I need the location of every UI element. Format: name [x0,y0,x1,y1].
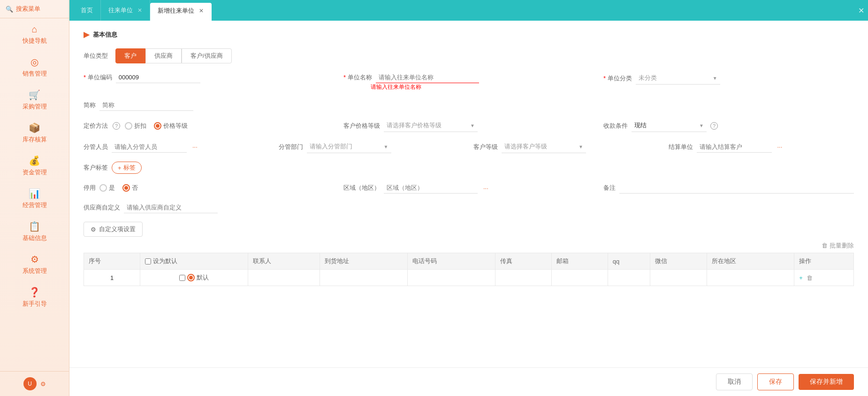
pricing-level-radio[interactable]: 价格等级 [154,122,188,130]
manager-input[interactable] [112,141,187,153]
col-phone: 电话号码 [408,253,495,270]
avatar[interactable]: U [23,377,37,390]
sidebar-item-operations[interactable]: 📊 经营管理 [0,182,69,215]
payment-terms-select[interactable]: 现结 ▼ [632,119,707,132]
remark-input[interactable] [619,182,854,194]
customer-tag-label: 客户标签 [84,163,108,172]
main-area: 首页 往来单位 ✕ 新增往来单位 ✕ ✕ ▶ 基本信息 单位类型 客户 供应商 … [69,0,868,396]
unit-type-customer[interactable]: 客户 [115,48,145,63]
discount-label: 折扣 [134,122,146,130]
sidebar-item-sales[interactable]: ◎ 销售管理 [0,51,69,84]
short-name-input[interactable] [99,100,193,111]
row-add-btn[interactable]: + [799,274,803,281]
payment-terms-help-icon[interactable]: ? [710,122,718,130]
tab-new-partner-close[interactable]: ✕ [199,8,204,14]
customer-level-select[interactable]: 请选择客户等级 ▼ [502,140,586,153]
customer-price-level-arrow: ▼ [470,123,475,128]
sidebar-item-purchase[interactable]: 🛒 采购管理 [0,84,69,116]
custom-settings-button[interactable]: ⚙ 自定义项设置 [84,222,143,237]
tab-home[interactable]: 首页 [73,0,101,21]
row-default-circle [187,274,195,281]
short-name-row: 简称 [84,100,854,111]
row-wechat [650,270,707,286]
inventory-icon: 📦 [29,122,40,133]
department-label: 分管部门 [279,143,303,151]
purchase-icon: 🛒 [29,89,40,101]
department-select[interactable]: 请输入分管部门 ▼ [307,140,391,153]
row-checkbox[interactable] [179,275,185,281]
sidebar-item-quick-nav[interactable]: ⌂ 快捷导航 [0,18,69,51]
payment-terms-field: 收款条件 现结 ▼ ? [603,119,854,132]
settlement-unit-input[interactable] [697,141,772,153]
pricing-discount-radio[interactable]: 折扣 [125,122,146,130]
select-all-checkbox[interactable] [145,258,151,264]
cancel-button[interactable]: 取消 [716,373,753,390]
department-placeholder: 请输入分管部门 [310,142,384,151]
disabled-no-radio[interactable]: 否 [122,184,138,192]
row-action: + 🗑 [794,270,854,286]
remark-field: 备注 [603,182,854,194]
sidebar-item-basics[interactable]: 📋 基础信息 [0,215,69,248]
unit-type-both[interactable]: 客户/供应商 [182,48,232,63]
batch-delete-icon: 🗑 [822,242,828,249]
settlement-unit-more[interactable]: ··· [776,143,784,150]
save-button[interactable]: 保存 [757,373,794,390]
guide-icon: ❓ [29,287,40,298]
sidebar-item-label: 系统管理 [23,267,47,275]
search-icon: 🔍 [6,6,13,13]
remark-label: 备注 [603,184,616,192]
price-level-circle [154,122,161,130]
customer-level-arrow: ▼ [579,144,583,149]
sidebar-search[interactable]: 🔍 搜索菜单 [0,0,69,18]
save-and-new-button[interactable]: 保存并新增 [799,374,854,390]
custom-settings-area: ⚙ 自定义项设置 [84,222,854,237]
batch-delete-btn[interactable]: 🗑 批量删除 [822,241,854,250]
sidebar-item-finance[interactable]: 💰 资金管理 [0,149,69,182]
short-name-label: 简称 [84,101,96,109]
disabled-region-row: 停用 是 否 区域（地区） ··· 备注 [84,182,854,194]
disabled-yes-radio[interactable]: 是 [99,184,115,192]
unit-type-supplier[interactable]: 供应商 [145,48,182,63]
footer: 取消 保存 保存并新增 [69,367,868,396]
add-tag-button[interactable]: + 标签 [112,162,142,174]
close-all-tabs[interactable]: ✕ [858,6,864,15]
pricing-help-icon[interactable]: ? [113,122,120,130]
tab-partners[interactable]: 往来单位 ✕ [101,0,150,21]
row-delete-btn[interactable]: 🗑 [807,274,813,281]
payment-terms-label: 收款条件 [603,122,628,130]
table-toolbar: 🗑 批量删除 [84,241,854,250]
row-address [320,270,408,286]
sidebar-item-label: 新手引导 [23,300,47,308]
customer-tag-field: 客户标签 + 标签 [84,162,854,174]
section-title: 基本信息 [93,31,117,39]
sidebar-item-label: 库存核算 [23,135,47,144]
col-email: 邮箱 [551,253,608,270]
custom-settings-label: 自定义项设置 [99,225,136,233]
discount-circle [125,122,132,130]
row-default-radio[interactable]: 默认 [187,273,209,282]
tab-partners-close[interactable]: ✕ [137,7,142,14]
pricing-method-label: 定价方法 [84,122,108,130]
region-more[interactable]: ··· [481,185,490,192]
supplier-custom-input[interactable] [124,202,218,213]
unit-code-input[interactable] [116,72,200,83]
customer-price-level-select[interactable]: 请选择客户价格等级 ▼ [384,119,478,132]
sidebar-item-system[interactable]: ⚙ 系统管理 [0,248,69,281]
batch-delete-label: 批量删除 [830,242,854,249]
manager-more[interactable]: ··· [190,143,199,150]
sidebar-item-inventory[interactable]: 📦 库存核算 [0,116,69,149]
unit-type-row: 单位类型 客户 供应商 客户/供应商 [84,48,854,63]
section-icon: ▶ [84,30,89,39]
tab-new-partner[interactable]: 新增往来单位 ✕ [150,3,212,21]
contact-table: 序号 设为默认 联系人 到货地址 电话号码 传真 邮箱 qq [84,253,854,286]
unit-name-error: 请输入往来单位名称 [371,84,421,90]
settings-icon: ⚙ [40,380,46,388]
disabled-no-circle [122,184,130,192]
operations-icon: 📊 [29,188,40,199]
region-input[interactable] [384,182,478,194]
unit-category-select[interactable]: 未分类 ▼ [636,72,720,85]
col-fax: 传真 [495,253,551,270]
sidebar-item-guide[interactable]: ❓ 新手引导 [0,281,69,314]
col-region: 所在地区 [707,253,794,270]
unit-name-input[interactable] [376,72,479,83]
